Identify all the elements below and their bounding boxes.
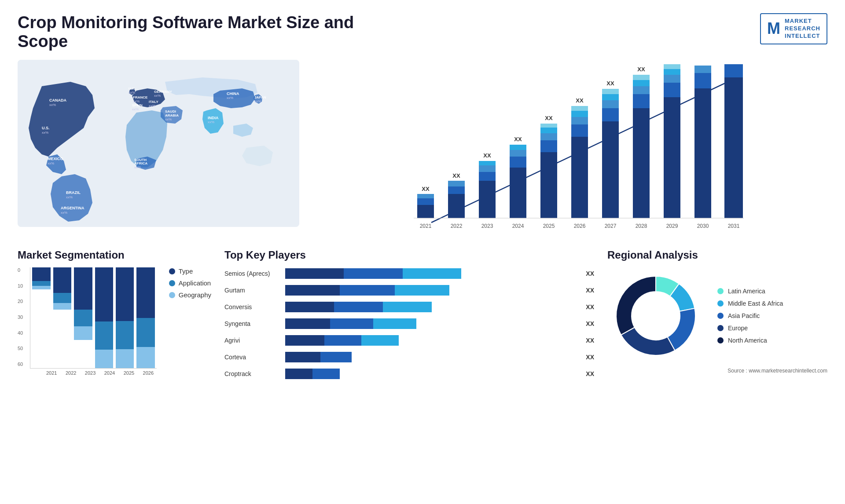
svg-rect-97	[724, 77, 743, 218]
regional-legend-dot	[717, 288, 724, 294]
regional-legend-label: North America	[728, 337, 767, 344]
svg-rect-78	[633, 108, 650, 218]
svg-text:XX: XX	[514, 136, 522, 142]
svg-text:xx%: xx%	[66, 195, 73, 199]
svg-rect-81	[633, 80, 650, 86]
segmentation-legend: TypeApplicationGeography	[169, 267, 211, 299]
svg-text:CANADA: CANADA	[49, 98, 66, 102]
player-bar-seg1	[285, 318, 330, 329]
regional-legend-label: Latin America	[728, 288, 765, 295]
players-section: Top Key Players Semios (Aprecs)XXGurtamX…	[224, 249, 594, 384]
player-name: Semios (Aprecs)	[224, 270, 282, 277]
svg-text:xx%: xx%	[165, 117, 172, 121]
svg-rect-79	[633, 94, 650, 108]
svg-rect-41	[448, 186, 465, 194]
regional-legend-item: Europe	[717, 325, 783, 332]
svg-rect-52	[510, 157, 526, 168]
growth-chart: XX 2021 XX 2022 XX	[326, 64, 827, 240]
player-bar-seg2	[344, 268, 402, 279]
seg-bar-group	[32, 267, 50, 368]
donut-chart	[607, 267, 704, 364]
seg-bar-group	[95, 267, 113, 368]
player-bar	[285, 302, 432, 312]
svg-text:xx%: xx%	[134, 165, 141, 169]
growth-chart-section: XX 2021 XX 2022 XX	[326, 60, 827, 240]
svg-rect-68	[571, 106, 588, 111]
seg-bar-geography	[74, 326, 92, 340]
svg-text:BRAZIL: BRAZIL	[66, 190, 81, 195]
legend-label: Geography	[179, 291, 211, 299]
svg-text:2024: 2024	[512, 223, 524, 229]
regional-legend: Latin AmericaMiddle East & AfricaAsia Pa…	[717, 288, 783, 344]
svg-text:xx%: xx%	[42, 131, 48, 135]
seg-bar-type	[116, 267, 134, 321]
svg-text:2022: 2022	[451, 223, 463, 229]
seg-bar-type	[32, 267, 50, 281]
svg-text:JAPAN: JAPAN	[254, 95, 266, 99]
svg-rect-59	[540, 133, 557, 140]
svg-text:2025: 2025	[543, 223, 555, 229]
legend-item: Geography	[169, 291, 211, 299]
seg-bar-geography	[32, 286, 50, 289]
players-chart: Semios (Aprecs)XXGurtamXXConversisXXSyng…	[224, 267, 594, 380]
seg-bar-group	[53, 267, 71, 368]
svg-text:XX: XX	[576, 97, 584, 104]
svg-rect-89	[664, 64, 680, 69]
svg-text:xx%: xx%	[48, 161, 54, 165]
player-bar-seg2	[320, 352, 352, 362]
donut-segment	[616, 276, 656, 335]
world-map: CANADA xx% U.S. xx% MEXICO xx% BRAZIL xx…	[18, 60, 299, 227]
svg-text:GERMANY: GERMANY	[154, 90, 173, 94]
svg-rect-80	[633, 86, 650, 94]
svg-text:XX: XX	[637, 66, 645, 73]
segmentation-chart	[30, 267, 157, 369]
seg-x-label: 2021	[43, 370, 60, 376]
player-name: Gurtam	[224, 287, 282, 294]
svg-rect-92	[694, 88, 711, 218]
svg-rect-98	[724, 64, 743, 77]
svg-rect-51	[510, 168, 526, 218]
player-row: CortevaXX	[224, 351, 594, 363]
svg-rect-36	[417, 198, 434, 205]
legend-label: Type	[179, 267, 193, 275]
svg-rect-58	[540, 140, 557, 152]
page-header: Crop Monitoring Software Market Size and…	[18, 13, 827, 51]
regional-legend-dot	[717, 325, 724, 331]
player-row: AgriviXX	[224, 334, 594, 347]
regional-legend-dot	[717, 337, 724, 343]
svg-rect-53	[510, 150, 526, 157]
player-bar-seg1	[285, 268, 344, 279]
seg-x-label: 2024	[101, 370, 118, 376]
seg-bar-application	[95, 321, 113, 349]
player-bar-seg2	[312, 369, 340, 379]
player-bar	[285, 352, 352, 362]
player-bar-seg2	[330, 318, 373, 329]
svg-rect-47	[479, 165, 496, 172]
player-bar	[285, 318, 416, 329]
logo-letter: M	[767, 19, 780, 38]
regional-legend-item: Middle East & Africa	[717, 300, 783, 307]
legend-label: Application	[179, 279, 211, 287]
svg-rect-65	[571, 124, 588, 137]
svg-text:xx%: xx%	[254, 99, 261, 103]
source-text: Source : www.marketresearchintellect.com	[607, 368, 827, 374]
player-value: XX	[586, 303, 594, 310]
regional-legend-label: Europe	[728, 325, 748, 332]
seg-bar-geography	[53, 303, 71, 310]
svg-text:XX: XX	[545, 115, 553, 121]
svg-text:xx%: xx%	[132, 107, 139, 111]
player-bar-seg1	[285, 285, 340, 296]
players-title: Top Key Players	[224, 249, 594, 261]
svg-rect-46	[479, 172, 496, 181]
regional-legend-item: North America	[717, 337, 783, 344]
svg-rect-74	[602, 94, 619, 100]
seg-x-label: 2022	[62, 370, 79, 376]
player-bar-seg3	[373, 318, 416, 329]
player-value: XX	[586, 370, 594, 377]
segmentation-section: Market Segmentation 60 50 40 30 20 10 0 …	[18, 249, 211, 384]
player-row: ConversisXX	[224, 301, 594, 313]
regional-legend-item: Asia Pacific	[717, 312, 783, 319]
player-bar-seg3	[361, 335, 398, 346]
svg-text:xx%: xx%	[129, 91, 135, 95]
svg-rect-94	[694, 66, 711, 73]
